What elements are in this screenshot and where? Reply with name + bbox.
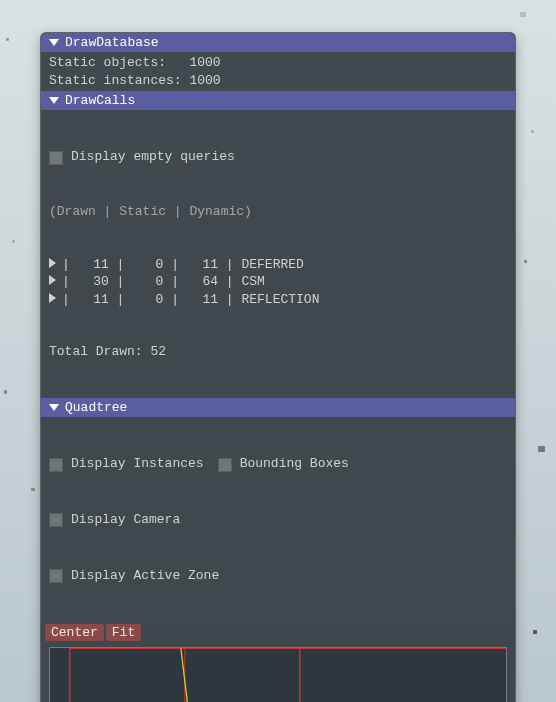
caret-right-icon xyxy=(49,258,56,268)
quadtree-svg xyxy=(50,648,506,702)
drawcall-row[interactable]: | 11 | 0 | 11 | DEFERRED xyxy=(49,256,507,274)
section-title: DrawDatabase xyxy=(65,35,159,50)
quadtree-canvas[interactable]: World Pos: 63.7,-53.6 Node Size: 64.0 (l… xyxy=(49,647,507,702)
caret-right-icon xyxy=(49,293,56,303)
display-active-zone-label: Display Active Zone xyxy=(71,566,219,587)
display-empty-checkbox[interactable] xyxy=(49,151,63,165)
static-instances-value: 1000 xyxy=(189,73,220,88)
drawcall-text: | 11 | 0 | 11 | DEFERRED xyxy=(62,257,304,272)
drawcall-row[interactable]: | 30 | 0 | 64 | CSM xyxy=(49,273,507,291)
section-title: DrawCalls xyxy=(65,93,135,108)
section-title: Quadtree xyxy=(65,400,127,415)
drawcalls-rows: | 11 | 0 | 11 | DEFERRED| 30 | 0 | 64 | … xyxy=(49,256,507,309)
total-drawn-label: Total Drawn: xyxy=(49,344,150,359)
bounding-boxes-checkbox[interactable] xyxy=(218,458,232,472)
center-button[interactable]: Center xyxy=(45,624,104,641)
fit-button[interactable]: Fit xyxy=(106,624,141,641)
display-instances-label: Display Instances xyxy=(71,454,204,475)
drawdatabase-body: Static objects: 1000 Static instances: 1… xyxy=(41,52,515,91)
section-header-drawdatabase[interactable]: DrawDatabase xyxy=(41,33,515,52)
section-header-drawcalls[interactable]: DrawCalls xyxy=(41,91,515,110)
svg-rect-0 xyxy=(70,648,506,702)
static-objects-value: 1000 xyxy=(189,55,220,70)
columns-hint: (Drawn | Static | Dynamic) xyxy=(49,203,507,221)
drawcall-row[interactable]: | 11 | 0 | 11 | REFLECTION xyxy=(49,291,507,309)
display-camera-checkbox[interactable] xyxy=(49,513,63,527)
chevron-down-icon xyxy=(49,97,59,104)
static-objects-label: Static objects: xyxy=(49,55,189,70)
drawcall-text: | 30 | 0 | 64 | CSM xyxy=(62,274,265,289)
display-camera-label: Display Camera xyxy=(71,510,180,531)
drawcall-text: | 11 | 0 | 11 | REFLECTION xyxy=(62,292,319,307)
drawcalls-body: Display empty queries (Drawn | Static | … xyxy=(41,110,515,398)
total-drawn-value: 52 xyxy=(150,344,166,359)
section-header-quadtree[interactable]: Quadtree xyxy=(41,398,515,417)
display-empty-label: Display empty queries xyxy=(71,147,235,168)
chevron-down-icon xyxy=(49,39,59,46)
static-instances-label: Static instances: xyxy=(49,73,189,88)
bounding-boxes-label: Bounding Boxes xyxy=(240,454,349,475)
display-active-zone-checkbox[interactable] xyxy=(49,569,63,583)
display-instances-checkbox[interactable] xyxy=(49,458,63,472)
caret-right-icon xyxy=(49,275,56,285)
chevron-down-icon xyxy=(49,404,59,411)
debug-panel: DrawDatabase Static objects: 1000 Static… xyxy=(40,32,516,702)
quadtree-body: Display Instances Bounding Boxes Display… xyxy=(41,417,515,624)
